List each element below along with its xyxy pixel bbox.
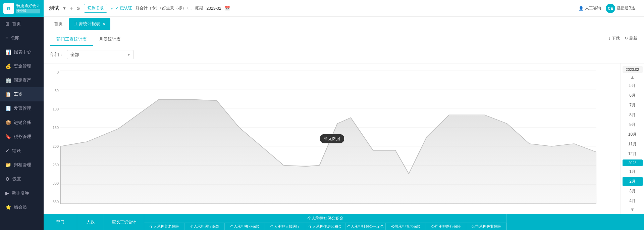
switch-old-btn[interactable]: 切到旧版 bbox=[84, 4, 107, 13]
y-label-200: 200 bbox=[47, 144, 59, 148]
avatar: CE bbox=[606, 4, 615, 13]
date-month-7[interactable]: 7月 bbox=[623, 101, 643, 110]
date-current-label: 2023.02 bbox=[623, 66, 643, 73]
assets-icon: 🏢 bbox=[5, 78, 11, 83]
col-personal-total: 个人承担社保公积金合计 bbox=[345, 223, 386, 230]
sidebar-item-salary[interactable]: 📋 工资 bbox=[0, 87, 44, 101]
topbar-right: 👤 人工咨询 CE 轻捷通B迅... bbox=[579, 4, 639, 13]
date-month-4[interactable]: 4月 bbox=[623, 196, 643, 205]
sidebar-item-settings[interactable]: ⚙ 设置 bbox=[0, 172, 44, 186]
subtab-month[interactable]: 月份统计表 bbox=[93, 34, 127, 46]
col-dept: 部门 bbox=[44, 214, 77, 230]
calendar-icon[interactable]: 📅 bbox=[225, 6, 230, 11]
ledger-icon: ≡ bbox=[5, 35, 8, 41]
bottom-table-header: 部门 人数 应发工资合计 个人承担社保公积金 个人承担养老保险 个人承担医疗保险… bbox=[44, 214, 644, 230]
col-company-unemployment: 公司承担失业保险 bbox=[466, 223, 506, 230]
tab-salary-report[interactable]: 工资统计报表 ✕ bbox=[69, 18, 110, 30]
sidebar-label-reports: 报表中心 bbox=[14, 49, 31, 55]
reports-icon: 📊 bbox=[5, 49, 11, 55]
date-month-6[interactable]: 6月 bbox=[623, 91, 643, 100]
sidebar-label-close: 结账 bbox=[12, 148, 21, 154]
user-name-link[interactable]: CE 轻捷通B迅... bbox=[606, 4, 639, 13]
date-panel: 2023.02 ▲ 5月 6月 7月 8月 9月 10月 11月 12月 202… bbox=[621, 63, 644, 214]
y-label-150: 150 bbox=[47, 126, 59, 130]
sidebar-label-member: 畅会员 bbox=[14, 204, 27, 210]
content-area: 部门工资统计表 月份统计表 ↓ 下载 ↻ 刷新 部门： bbox=[44, 30, 644, 230]
service-tags: 好会计（专）+好生意（标）+... bbox=[136, 5, 192, 11]
date-month-5[interactable]: 5月 bbox=[623, 81, 643, 90]
sidebar-label-salary: 工资 bbox=[14, 91, 22, 97]
col-total-salary: 应发工资合计 bbox=[104, 214, 144, 230]
sidebar-label-assets: 固定资产 bbox=[14, 77, 31, 83]
date-month-8[interactable]: 8月 bbox=[623, 110, 643, 120]
y-label-300: 300 bbox=[47, 181, 59, 185]
topbar-gear[interactable]: ⚙ bbox=[76, 6, 80, 11]
line-chart-svg bbox=[60, 70, 596, 204]
sidebar-item-funds[interactable]: 💰 资金管理 bbox=[0, 59, 44, 73]
check-icon: ✓ bbox=[111, 6, 114, 11]
verified-tag: ✓ ✓ 已认证 bbox=[111, 5, 132, 11]
date-down-nav[interactable]: ▼ bbox=[629, 206, 636, 213]
subtab-dept-label: 部门工资统计表 bbox=[56, 37, 87, 42]
group-individual-insurance: 个人承担社保公积金 个人承担养老保险 个人承担医疗保险 个人承担失业保险 个人承… bbox=[144, 214, 507, 230]
refresh-label: 刷新 bbox=[629, 36, 637, 41]
col-people: 人数 bbox=[77, 214, 104, 230]
funds-icon: 💰 bbox=[5, 63, 11, 69]
sidebar-item-tax[interactable]: 🔖 税务管理 bbox=[0, 130, 44, 144]
user-name-label: 轻捷通B迅... bbox=[616, 5, 639, 11]
sidebar-item-home[interactable]: ⊞ 首页 bbox=[0, 17, 44, 31]
date-month-1[interactable]: 1月 bbox=[623, 167, 643, 176]
tab-home[interactable]: 首页 bbox=[49, 18, 68, 30]
sidebar-item-guide[interactable]: ▶ 新手引导 bbox=[0, 186, 44, 200]
date-month-3[interactable]: 3月 bbox=[623, 187, 643, 196]
dept-select[interactable]: 全部 财务部 销售部 技术部 行政部 bbox=[67, 50, 134, 59]
sidebar-item-invoice[interactable]: 🧾 发票管理 bbox=[0, 101, 44, 116]
y-label-0: 0 bbox=[47, 70, 59, 74]
user-service-label: 人工咨询 bbox=[585, 5, 601, 11]
topbar-plus[interactable]: + bbox=[70, 5, 73, 11]
group-sub-cols: 个人承担养老保险 个人承担医疗保险 个人承担失业保险 个人承担大额医疗 个人承担… bbox=[144, 223, 506, 230]
headset-icon: 👤 bbox=[579, 6, 584, 11]
date-month-9[interactable]: 9月 bbox=[623, 120, 643, 129]
y-label-250: 250 bbox=[47, 163, 59, 167]
filter-row: 部门： 全部 财务部 销售部 技术部 行政部 bbox=[44, 46, 644, 63]
sidebar-item-reports[interactable]: 📊 报表中心 bbox=[0, 45, 44, 59]
guide-icon: ▶ bbox=[5, 190, 9, 196]
sidebar-item-member[interactable]: ⭐ 畅会员 bbox=[0, 200, 44, 214]
sidebar-item-close[interactable]: ✔ 结账 bbox=[0, 144, 44, 158]
subtab-dept[interactable]: 部门工资统计表 bbox=[50, 34, 93, 46]
chart-area-fill bbox=[60, 100, 596, 204]
date-month-2-active[interactable]: 2月 bbox=[623, 177, 643, 186]
sidebar-item-assets[interactable]: 🏢 固定资产 bbox=[0, 73, 44, 87]
tab-home-label: 首页 bbox=[54, 21, 63, 27]
y-label-50: 50 bbox=[47, 89, 59, 93]
date-month-11[interactable]: 11月 bbox=[623, 140, 643, 149]
refresh-action[interactable]: ↻ 刷新 bbox=[625, 36, 637, 41]
verified-label: ✓ 已认证 bbox=[115, 5, 132, 11]
date-month-12[interactable]: 12月 bbox=[623, 149, 643, 158]
col-personal-pension: 个人承担养老保险 bbox=[144, 223, 184, 230]
sidebar-label-tax: 税务管理 bbox=[14, 134, 31, 140]
date-month-10[interactable]: 10月 bbox=[623, 130, 643, 139]
col-personal-major-medical: 个人承担大额医疗 bbox=[265, 223, 305, 230]
member-icon: ⭐ bbox=[5, 204, 11, 210]
logo-text-block: 畅捷通好会计 专业版 bbox=[16, 3, 40, 13]
topbar-dropdown[interactable]: ▼ bbox=[62, 6, 66, 11]
main-area: 测试 ▼ + ⚙ 切到旧版 ✓ ✓ 已认证 好会计（专）+好生意（标）+... … bbox=[44, 0, 644, 230]
refresh-icon: ↻ bbox=[625, 36, 628, 41]
chart-y-labels: 350 300 250 200 150 100 50 0 bbox=[47, 70, 59, 204]
sidebar-item-ledger[interactable]: ≡ 总账 bbox=[0, 31, 44, 45]
col-company-medical: 公司承担医疗保险 bbox=[426, 223, 466, 230]
topbar: 测试 ▼ + ⚙ 切到旧版 ✓ ✓ 已认证 好会计（专）+好生意（标）+... … bbox=[44, 0, 644, 17]
tab-close-icon[interactable]: ✕ bbox=[102, 22, 105, 26]
date-up-nav[interactable]: ▲ bbox=[629, 74, 636, 81]
settings-icon: ⚙ bbox=[5, 176, 10, 182]
y-label-100: 100 bbox=[47, 107, 59, 111]
sidebar: 好 畅捷通好会计 专业版 ⊞ 首页 ≡ 总账 📊 报表中心 💰 资金管理 🏢 固… bbox=[0, 0, 44, 230]
sidebar-item-purchase[interactable]: 📦 进销台账 bbox=[0, 116, 44, 130]
download-action[interactable]: ↓ 下载 bbox=[608, 36, 620, 41]
download-icon: ↓ bbox=[608, 36, 610, 41]
user-service-link[interactable]: 👤 人工咨询 bbox=[579, 5, 601, 11]
download-label: 下载 bbox=[612, 36, 620, 41]
sidebar-item-archive[interactable]: 📁 归档管理 bbox=[0, 158, 44, 172]
